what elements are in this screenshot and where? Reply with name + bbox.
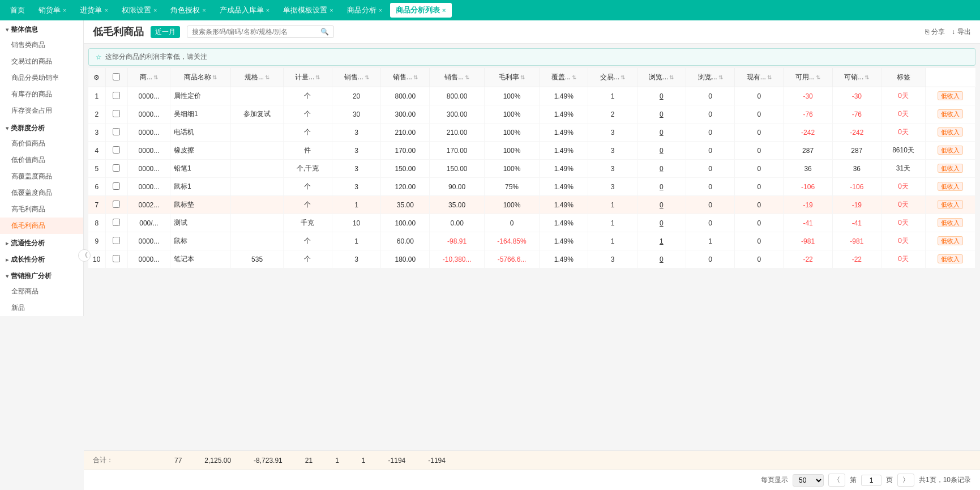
col-coverage[interactable]: 覆盖...⇅ xyxy=(540,68,588,87)
close-product-inbound[interactable]: × xyxy=(266,7,269,14)
row-checkbox[interactable] xyxy=(105,160,127,178)
sort-sale-qty[interactable]: ⇅ xyxy=(365,74,369,80)
sidebar-item-high-value[interactable]: 高价值商品 xyxy=(0,135,83,152)
sidebar-item-low-value[interactable]: 低价值商品 xyxy=(0,152,83,168)
nav-permission[interactable]: 权限设置× xyxy=(116,3,162,18)
row-checkbox[interactable] xyxy=(105,214,127,232)
col-gross-rate[interactable]: 毛利率⇅ xyxy=(484,68,539,87)
sort-sale-amount[interactable]: ⇅ xyxy=(413,74,418,80)
row-trade[interactable]: 0 xyxy=(637,105,686,123)
sidebar-item-all-goods[interactable]: 全部商品 xyxy=(0,283,83,300)
col-checkbox[interactable] xyxy=(105,68,127,87)
nav-sales-order[interactable]: 销货单× xyxy=(33,3,72,18)
close-purchase-order[interactable]: × xyxy=(104,7,108,14)
col-sale-qty[interactable]: 销售...⇅ xyxy=(332,68,380,87)
col-browse1[interactable]: 浏览...⇅ xyxy=(637,68,686,87)
col-tag[interactable]: 标签 xyxy=(881,68,925,87)
sort-spec[interactable]: ⇅ xyxy=(265,74,269,80)
row-checkbox[interactable] xyxy=(105,142,127,160)
close-goods-analysis-list[interactable]: × xyxy=(442,7,446,14)
page-input[interactable] xyxy=(861,475,881,486)
sort-unit[interactable]: ⇅ xyxy=(315,74,320,80)
close-template-settings[interactable]: × xyxy=(329,7,333,14)
row-select-checkbox[interactable] xyxy=(113,92,120,99)
row-select-checkbox[interactable] xyxy=(113,146,120,154)
col-current-stock[interactable]: 现有...⇅ xyxy=(735,68,784,87)
close-sales-order[interactable]: × xyxy=(63,7,66,14)
sidebar-item-high-margin[interactable]: 高毛利商品 xyxy=(0,201,83,218)
sort-browse1[interactable]: ⇅ xyxy=(669,74,674,80)
row-select-checkbox[interactable] xyxy=(113,164,120,172)
row-checkbox[interactable] xyxy=(105,250,127,269)
col-unit[interactable]: 计量...⇅ xyxy=(283,68,332,87)
nav-goods-analysis-list[interactable]: 商品分析列表× xyxy=(390,3,451,18)
col-sellable-days[interactable]: 可销...⇅ xyxy=(832,68,881,87)
sort-coverage[interactable]: ⇅ xyxy=(572,74,576,80)
col-name[interactable]: 商品名称⇅ xyxy=(170,68,231,87)
sidebar-item-new-goods[interactable]: 新品 xyxy=(0,300,83,316)
row-select-checkbox[interactable] xyxy=(113,182,120,190)
row-select-checkbox[interactable] xyxy=(113,201,120,208)
nav-role-auth[interactable]: 角色授权× xyxy=(165,3,211,18)
row-trade[interactable]: 0 xyxy=(637,214,686,232)
sidebar-section-marketing[interactable]: ▾ 营销推广分析 xyxy=(0,267,83,283)
row-checkbox[interactable] xyxy=(105,105,127,123)
nav-purchase-order[interactable]: 进货单× xyxy=(74,3,113,18)
sidebar-item-capital[interactable]: 库存资金占用 xyxy=(0,103,83,119)
sort-available[interactable]: ⇅ xyxy=(816,74,820,80)
sidebar-item-high-coverage[interactable]: 高覆盖度商品 xyxy=(0,168,83,185)
search-box[interactable]: 🔍 xyxy=(187,25,334,38)
row-trade[interactable]: 0 xyxy=(637,87,686,105)
col-code[interactable]: 商...⇅ xyxy=(127,68,170,87)
sidebar-section-growth[interactable]: ▸ 成长性分析 xyxy=(0,250,83,267)
row-select-checkbox[interactable] xyxy=(113,219,120,226)
nav-product-inbound[interactable]: 产成品入库单× xyxy=(214,3,275,18)
row-trade[interactable]: 0 xyxy=(637,123,686,142)
nav-goods-analysis[interactable]: 商品分析× xyxy=(341,3,388,18)
row-checkbox[interactable] xyxy=(105,123,127,142)
sort-trade[interactable]: ⇅ xyxy=(620,74,625,80)
sidebar-item-in-stock[interactable]: 有库存的商品 xyxy=(0,86,83,103)
row-checkbox[interactable] xyxy=(105,196,127,214)
close-permission[interactable]: × xyxy=(153,7,157,14)
row-select-checkbox[interactable] xyxy=(113,255,120,262)
row-trade[interactable]: 0 xyxy=(637,196,686,214)
date-filter-tag[interactable]: 近一月 xyxy=(151,26,180,38)
row-checkbox[interactable] xyxy=(105,232,127,250)
col-sale-profit[interactable]: 销售...⇅ xyxy=(430,68,484,87)
prev-page-btn[interactable]: 〈 xyxy=(828,474,845,487)
row-select-checkbox[interactable] xyxy=(113,128,120,135)
search-icon[interactable]: 🔍 xyxy=(320,28,329,36)
row-checkbox[interactable] xyxy=(105,178,127,196)
row-trade[interactable]: 0 xyxy=(637,142,686,160)
sidebar-item-low-coverage[interactable]: 低覆盖度商品 xyxy=(0,185,83,201)
sidebar-section-circulation[interactable]: ▸ 流通性分析 xyxy=(0,234,83,250)
sort-browse2[interactable]: ⇅ xyxy=(718,74,723,80)
per-page-select[interactable]: 50 20 100 xyxy=(793,474,824,487)
sort-sale-profit[interactable]: ⇅ xyxy=(465,74,469,80)
nav-home[interactable]: 首页 xyxy=(5,3,31,18)
row-select-checkbox[interactable] xyxy=(113,110,120,117)
nav-template-settings[interactable]: 单据模板设置× xyxy=(277,3,339,18)
col-spec[interactable]: 规格...⇅ xyxy=(231,68,283,87)
close-role-auth[interactable]: × xyxy=(202,7,206,14)
sidebar-collapse-btn[interactable]: 《 xyxy=(78,249,91,262)
sidebar-item-traded-goods[interactable]: 交易过的商品 xyxy=(0,53,83,70)
col-trade[interactable]: 交易...⇅ xyxy=(588,68,637,87)
row-trade[interactable]: 0 xyxy=(637,160,686,178)
sidebar-item-sales-goods[interactable]: 销售类商品 xyxy=(0,37,83,53)
col-available[interactable]: 可用...⇅ xyxy=(784,68,832,87)
row-checkbox[interactable] xyxy=(105,87,127,105)
sort-gross-rate[interactable]: ⇅ xyxy=(520,74,525,80)
row-trade[interactable]: 1 xyxy=(637,232,686,250)
select-all-checkbox[interactable] xyxy=(113,73,120,80)
sort-current-stock[interactable]: ⇅ xyxy=(767,74,772,80)
next-page-btn[interactable]: 〉 xyxy=(897,474,914,487)
col-browse2[interactable]: 浏览...⇅ xyxy=(686,68,734,87)
sort-sellable-days[interactable]: ⇅ xyxy=(865,74,869,80)
search-input[interactable] xyxy=(192,28,317,36)
sidebar-item-low-margin[interactable]: 低毛利商品 xyxy=(0,218,83,234)
close-goods-analysis[interactable]: × xyxy=(379,7,382,14)
row-select-checkbox[interactable] xyxy=(113,237,120,244)
share-button[interactable]: ⎘ 分享 xyxy=(925,27,945,37)
